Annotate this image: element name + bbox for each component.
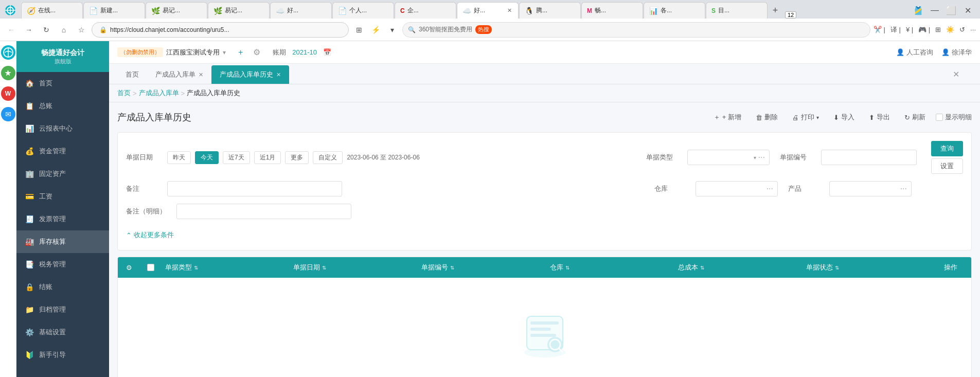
date-btn-1month[interactable]: 近1月 (254, 151, 281, 164)
tab-ge[interactable]: 📊 各... (644, 2, 705, 19)
remark-filter-input[interactable] (167, 181, 342, 196)
back-button[interactable]: ← (4, 23, 19, 37)
browser-sidebar-app1[interactable] (1, 45, 15, 60)
sidebar-item-archive[interactable]: 📁 归档管理 (16, 298, 109, 321)
table-settings-button[interactable]: ⚙ (118, 264, 140, 272)
scissors-button[interactable]: ✂️ | (874, 26, 885, 33)
new-tab-button[interactable]: + (768, 3, 782, 17)
gamepad-button[interactable]: 🎮 | (918, 26, 930, 33)
product-dots-icon[interactable]: ··· (900, 184, 907, 193)
maximize-button[interactable]: ⬜ (945, 4, 957, 16)
period-value[interactable]: 2021-10 (292, 48, 317, 56)
page-tab-close-inventory-list[interactable]: ✕ (199, 71, 203, 78)
sidebar-item-guide[interactable]: 🔰 新手引导 (16, 344, 109, 366)
th-date[interactable]: 单据日期 ⇅ (289, 263, 417, 272)
date-btn-more[interactable]: 更多 (285, 151, 309, 164)
apps-button[interactable]: ⊞ (935, 26, 941, 33)
tab-hao1[interactable]: ☁️ 好... (270, 2, 332, 19)
more-button[interactable]: ··· (970, 26, 976, 33)
th-number[interactable]: 单据编号 ⇅ (417, 263, 545, 272)
settings-period-btn[interactable]: ⚙ (253, 47, 260, 57)
warehouse-dots-icon[interactable]: ··· (767, 184, 773, 193)
display-detail-toggle[interactable]: 显示明细 (936, 113, 972, 122)
page-tab-inventory-list[interactable]: 产成品入库单 ✕ (147, 65, 211, 84)
home-button[interactable]: ⌂ (57, 23, 71, 37)
sidebar-item-inventory[interactable]: 🏭 库存核算 (16, 230, 109, 253)
page-tab-close-inventory-history[interactable]: ✕ (276, 71, 281, 78)
tab-close-hao[interactable]: ✕ (506, 6, 513, 15)
company-selector[interactable]: （勿删勿禁用） 江西服宝测试专用 ▾ (117, 47, 226, 57)
date-btn-7days[interactable]: 近7天 (223, 151, 250, 164)
import-button[interactable]: ⬇ 导入 (829, 111, 859, 124)
bookmark-button[interactable]: ☆ (74, 23, 88, 37)
date-btn-today[interactable]: 今天 (195, 151, 219, 164)
display-detail-checkbox[interactable] (936, 114, 943, 121)
th-cost[interactable]: 总成本 ⇅ (674, 263, 802, 272)
sidebar-item-cloud-report[interactable]: 📊 云报表中心 (16, 117, 109, 140)
refresh-toolbar-button[interactable]: ↻ 刷新 (900, 111, 930, 124)
address-input[interactable]: 🔒 https://cloud.chanjet.com/accounting/u… (92, 22, 349, 38)
search-bar[interactable]: 🔍 360智能抠图免费用 热搜 (402, 22, 870, 38)
sidebar-item-home[interactable]: 🏠 首页 (16, 72, 109, 95)
page-tab-home[interactable]: 首页 (117, 65, 147, 84)
browser-sidebar-app4[interactable]: ✉ (1, 107, 15, 121)
dropdown-button[interactable]: ▾ (385, 23, 399, 37)
user-info[interactable]: 👤 徐泽华 (941, 48, 972, 57)
yuan-button[interactable]: ¥ | (906, 26, 913, 33)
tab-zaizai[interactable]: 🧭 在线... (21, 2, 83, 19)
collapse-button[interactable]: ⌃ 收起更多条件 (126, 230, 963, 240)
tab-chang[interactable]: M 畅... (581, 2, 643, 19)
support-button[interactable]: 👤 人工咨询 (896, 48, 933, 57)
refresh-button[interactable]: ↻ (39, 23, 54, 37)
close-browser-button[interactable]: ✕ (961, 4, 974, 16)
tab-teng[interactable]: 🐧 腾... (519, 2, 581, 19)
export-button[interactable]: ⬆ 导出 (865, 111, 894, 124)
close-all-tabs-button[interactable]: ✕ (953, 69, 959, 79)
forward-button[interactable]: → (22, 23, 36, 37)
delete-button[interactable]: 🗑 删除 (752, 111, 782, 124)
type-filter-select[interactable]: ▾ ··· (687, 150, 770, 165)
table-select-all[interactable] (140, 264, 161, 271)
number-filter-input[interactable] (821, 150, 917, 165)
breadcrumb-parent[interactable]: 产成品入库单 (139, 88, 179, 98)
tab-yiji1[interactable]: 🌿 易记... (146, 2, 207, 19)
tab-mu[interactable]: S 目... (706, 2, 768, 19)
sidebar-item-tax[interactable]: 📑 税务管理 (16, 253, 109, 276)
tab-yiji2[interactable]: 🌿 易记... (208, 2, 270, 19)
customize-tab-button[interactable]: 🎽 (912, 4, 924, 16)
tab-geren[interactable]: 📄 个人... (332, 2, 394, 19)
calendar-icon[interactable]: 📅 (323, 48, 331, 56)
select-all-checkbox[interactable] (147, 264, 154, 271)
add-company-btn[interactable]: + (238, 48, 243, 57)
lightning-button[interactable]: ⚡ (368, 23, 383, 37)
remark-detail-filter-input[interactable] (176, 204, 351, 219)
sidebar-item-settings[interactable]: ⚙️ 基础设置 (16, 321, 109, 344)
tab-new[interactable]: 📄 新建... (83, 2, 145, 19)
add-button[interactable]: ＋ + 新增 (709, 111, 745, 124)
sidebar-item-fixed-assets[interactable]: 🏢 固定资产 (16, 163, 109, 185)
tab-hao-active[interactable]: ☁️ 好... ✕ (457, 2, 519, 19)
breadcrumb-home[interactable]: 首页 (117, 88, 131, 98)
th-type[interactable]: 单据类型 ⇅ (161, 263, 289, 272)
translate-button[interactable]: 译 | (890, 25, 901, 34)
sidebar-item-invoice[interactable]: 🧾 发票管理 (16, 208, 109, 230)
sidebar-item-ledger[interactable]: 📋 总账 (16, 95, 109, 117)
grid-button[interactable]: ⊞ (352, 23, 366, 37)
tab-qiye[interactable]: C 企... (395, 2, 456, 19)
print-button[interactable]: 🖨 打印 ▾ (788, 111, 823, 124)
undo-button[interactable]: ↺ (959, 26, 965, 33)
page-tab-inventory-history[interactable]: 产成品入库单历史 ✕ (211, 65, 289, 84)
date-btn-custom[interactable]: 自定义 (313, 151, 343, 164)
sidebar-item-payroll[interactable]: 💳 工资 (16, 185, 109, 208)
date-btn-yesterday[interactable]: 昨天 (167, 151, 191, 164)
sidebar-item-fund[interactable]: 💰 资金管理 (16, 140, 109, 163)
product-filter-select[interactable]: ··· (829, 181, 912, 196)
th-warehouse[interactable]: 仓库 ⇅ (546, 263, 674, 272)
warehouse-filter-select[interactable]: ··· (696, 181, 778, 196)
browser-sidebar-app2[interactable]: ★ (1, 66, 15, 80)
browser-sidebar-app3[interactable]: W (1, 86, 15, 101)
type-clear-icon[interactable]: ··· (758, 153, 765, 162)
query-button[interactable]: 查询 (931, 141, 963, 156)
minimize-button[interactable]: — (929, 4, 941, 16)
th-status[interactable]: 单据状态 ⇅ (802, 263, 930, 272)
